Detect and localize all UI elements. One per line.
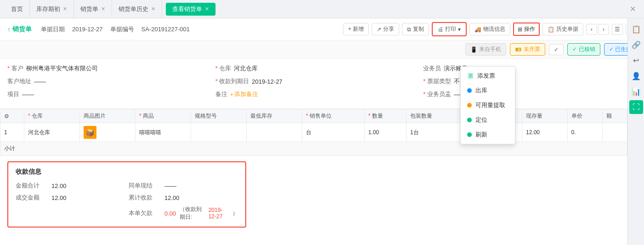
tab-bar: 首页 库存期初 ✕ 销货单 ✕ 销货单历史 ✕ 查看销货单 ✕ ✕: [0, 0, 644, 18]
col-current-stock: 现存量: [522, 109, 567, 123]
summary-total-amount: 金额合计 12.00: [16, 182, 125, 190]
sidebar-icon-5[interactable]: 📊: [629, 85, 643, 98]
row-pack-qty: 1台: [407, 123, 462, 142]
col-settings[interactable]: ⚙: [0, 109, 24, 123]
form-row-1: 客户 柳州粤港平安气体有限公司 仓库 河北仓库 业务员 演示账号: [7, 64, 620, 73]
staff-field: 业务员 演示账号: [423, 64, 620, 73]
sold-status-btn[interactable]: ✓ 已核销: [567, 43, 600, 56]
ticket-type-label: 票据类型: [423, 77, 451, 85]
customer-field: 客户 柳州粤港平安气体有限公司: [7, 64, 204, 73]
row-spec: [191, 123, 247, 142]
row-qty: 1.00: [364, 123, 406, 142]
new-button[interactable]: + 新增: [343, 23, 369, 35]
table-row: 1 河北仓库 📦 嘻嘻嘻嘻 台 1.00 1台: [0, 123, 627, 142]
sidebar-icon-6[interactable]: ⛶: [629, 100, 643, 114]
ticket-type-field: 票据类型 不开票: [423, 77, 620, 85]
debt-note: （收款到期日:: [180, 205, 204, 221]
due-date-field: 收款到期日 2019-12-27: [215, 77, 412, 85]
menu-locate[interactable]: 定位: [461, 113, 515, 127]
warehouse-label: 仓库: [215, 64, 232, 73]
history-button[interactable]: 📋 历史单据: [542, 23, 583, 35]
same-order-label: 同单现结: [129, 182, 161, 190]
total-amount-value: 12.00: [51, 182, 67, 189]
check-icon: ✓: [554, 46, 559, 53]
check-btn[interactable]: ✓: [549, 44, 564, 55]
cumulative-label: 累计收款: [129, 194, 161, 202]
col-amount: 额: [602, 109, 627, 123]
project-value: ——: [22, 91, 34, 98]
ship-out-icon: [467, 88, 472, 93]
subtotal-label: 小计: [0, 142, 627, 156]
address-value: ——: [34, 78, 46, 85]
tab-home[interactable]: 首页: [5, 0, 30, 18]
sidebar-icon-1[interactable]: 📋: [629, 22, 643, 36]
total-amount-label: 金额合计: [16, 182, 48, 190]
same-order-value: ——: [164, 182, 176, 189]
warehouse-value: 河北仓库: [234, 64, 258, 73]
prev-arrow[interactable]: ‹: [586, 24, 597, 35]
sidebar-icon-2[interactable]: 🔗: [629, 38, 643, 51]
print-button[interactable]: 🖨 打印 ▾: [433, 23, 465, 35]
check-circle-icon2: ✓: [609, 46, 614, 52]
col-warehouse: 仓库: [24, 109, 80, 123]
menu-available-extract[interactable]: 可用量提取: [461, 98, 515, 113]
salesperson-field: 业务员盂 ——: [423, 90, 620, 98]
summary-cumulative: 累计收款 12.00: [129, 194, 238, 202]
from-phone-btn[interactable]: 📱 来自手机: [465, 43, 506, 56]
row-warehouse: 河北仓库: [24, 123, 80, 142]
add-note-button[interactable]: 添加备注: [230, 90, 259, 98]
debt-due-date: 2019-12-27: [209, 207, 229, 220]
sidebar-icon-3[interactable]: ↩: [629, 53, 643, 67]
address-field: 客户地址 ——: [7, 77, 204, 85]
tab-sales-history[interactable]: 销货单历史 ✕: [112, 0, 162, 18]
document-header: ↑ 销货单 单据日期 2019-12-27 单据编号 SA-20191227-0…: [0, 18, 644, 40]
sidebar-icon-4[interactable]: 👤: [629, 69, 643, 83]
form-section: 客户 柳州粤港平安气体有限公司 仓库 河北仓库 业务员 演示账号 客户地址: [0, 59, 627, 109]
next-arrow[interactable]: ›: [598, 24, 609, 35]
customer-label: 客户: [7, 64, 23, 73]
subtotal-row: 小计: [0, 142, 627, 156]
copy-button[interactable]: ⧉ 复制: [402, 23, 429, 35]
refresh-icon: [467, 132, 472, 137]
logistics-button[interactable]: 🚚 物流信息: [469, 23, 510, 35]
form-row-2: 客户地址 —— 收款到期日 2019-12-27 票据类型 不开票: [7, 77, 620, 85]
menu-add-invoice[interactable]: 票 添发票: [461, 68, 515, 83]
doc-date-label: 单据日期: [41, 25, 65, 34]
print-icon: 🖨: [438, 26, 443, 33]
tab-close-history[interactable]: ✕: [151, 6, 155, 12]
summary-empty: [16, 205, 125, 221]
list-view-btn[interactable]: ☰: [612, 24, 623, 35]
tab-sales-order[interactable]: 销货单 ✕: [74, 0, 112, 18]
not-opened-btn[interactable]: 🎫 未开票: [510, 43, 545, 56]
tab-close-inventory[interactable]: ✕: [63, 6, 67, 12]
col-image: 商品图片: [80, 109, 136, 123]
row-amount: [602, 123, 627, 142]
copy-icon: ⧉: [407, 26, 411, 33]
summary-title: 收款信息: [16, 168, 238, 176]
menu-ship-out[interactable]: 出库: [461, 83, 515, 98]
salesperson-label: 业务员盂: [423, 90, 451, 98]
operations-button[interactable]: ⊞ 操作: [513, 23, 540, 36]
project-label: 项目: [7, 90, 19, 98]
row-unit-price: 0.: [567, 123, 602, 142]
cumulative-value: 12.00: [164, 194, 180, 201]
doc-number-label: 单据编号: [110, 25, 134, 34]
form-row-3: 项目 —— 备注 添加备注 业务员盂 ——: [7, 90, 620, 98]
tab-close-view[interactable]: ✕: [205, 6, 209, 12]
doc-meta: 单据日期 2019-12-27 单据编号 SA-20191227-001: [41, 25, 343, 34]
menu-refresh[interactable]: 刷新: [461, 127, 515, 142]
tab-view-sales[interactable]: 查看销货单 ✕: [166, 3, 216, 16]
customer-value: 柳州粤港平安气体有限公司: [26, 64, 98, 73]
project-field: 项目 ——: [7, 90, 204, 98]
logistics-icon: 🚚: [475, 26, 481, 33]
debt-note-end: ）: [232, 210, 238, 217]
tab-close-sales[interactable]: ✕: [101, 6, 105, 12]
warehouse-field: 仓库 河北仓库: [215, 64, 412, 73]
tab-inventory-init[interactable]: 库存期初 ✕: [30, 0, 74, 18]
col-spec: 规格型号: [191, 109, 247, 123]
share-button[interactable]: ↗ 分享: [372, 23, 399, 35]
col-min-stock: 最低库存: [246, 109, 302, 123]
doc-number-value: SA-20191227-001: [141, 26, 190, 33]
window-close-button[interactable]: ✕: [626, 3, 639, 15]
address-label: 客户地址: [7, 77, 31, 85]
